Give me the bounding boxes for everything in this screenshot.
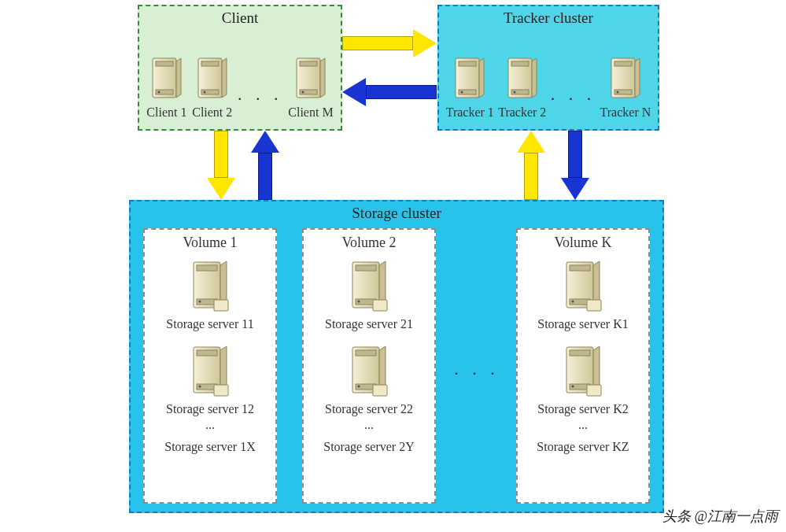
svg-point-23 <box>616 91 618 94</box>
server-icon <box>346 257 392 316</box>
server-label: Storage server 11 <box>166 317 253 331</box>
storage-server: Storage server K2 <box>537 342 629 416</box>
storage-server: Storage server 12 <box>166 342 254 416</box>
svg-rect-13 <box>459 61 476 66</box>
svg-rect-5 <box>201 61 219 66</box>
svg-rect-1 <box>156 61 173 66</box>
client-server-2: Client 2 <box>192 54 232 120</box>
volume-1: Volume 1 Storage server 11 Storage serve… <box>143 228 277 504</box>
server-icon <box>560 342 606 401</box>
svg-rect-25 <box>197 265 217 271</box>
server-icon <box>346 342 392 401</box>
tracker-server-n: Tracker N <box>600 54 651 120</box>
svg-point-11 <box>301 91 304 94</box>
volume-title: Volume 2 <box>341 235 396 251</box>
client-server-m: Client M <box>288 54 333 120</box>
server-icon <box>292 54 330 104</box>
server-label: Storage server 21 <box>325 317 413 331</box>
server-label: Storage server 1X <box>164 440 256 454</box>
svg-point-19 <box>513 91 515 94</box>
svg-point-7 <box>203 91 205 94</box>
storage-cluster: Storage cluster Volume 1 Storage server … <box>129 200 664 513</box>
server-label: Client 2 <box>192 105 232 120</box>
ellipsis: ... <box>578 418 588 432</box>
svg-rect-53 <box>587 385 601 396</box>
storage-server: Storage server 21 <box>325 257 413 331</box>
svg-point-27 <box>198 300 201 302</box>
svg-point-47 <box>571 300 574 302</box>
tracker-server-1: Tracker 1 <box>446 54 494 120</box>
storage-server: Storage server K1 <box>537 257 629 331</box>
storage-title: Storage cluster <box>131 201 662 224</box>
svg-point-3 <box>157 91 160 94</box>
svg-point-42 <box>357 385 360 387</box>
ellipsis: ... <box>205 418 215 432</box>
server-icon <box>504 54 541 104</box>
server-icon <box>187 257 233 316</box>
server-label: Tracker N <box>600 105 651 120</box>
svg-point-32 <box>198 385 201 387</box>
server-label: Storage server KZ <box>537 440 629 454</box>
volume-ellipsis: . . . <box>445 359 508 379</box>
tracker-cluster: Tracker cluster Tracker 1 Tracker 2 . . … <box>437 5 659 131</box>
volume-title: Volume 1 <box>183 235 237 251</box>
ellipsis: . . . <box>551 69 596 120</box>
svg-rect-45 <box>570 265 590 271</box>
server-icon <box>607 54 644 104</box>
svg-rect-17 <box>511 61 529 66</box>
svg-rect-43 <box>373 385 387 396</box>
server-icon <box>148 54 186 104</box>
svg-rect-35 <box>356 265 376 271</box>
client-title: Client <box>139 6 341 28</box>
server-icon <box>451 54 489 104</box>
svg-point-37 <box>357 300 360 302</box>
volume-title: Volume K <box>554 235 611 251</box>
ellipsis: ... <box>364 418 374 432</box>
server-label: Storage server K2 <box>537 402 629 416</box>
svg-rect-33 <box>214 385 228 396</box>
storage-server: Storage server 22 <box>325 342 413 416</box>
server-label: Tracker 2 <box>498 105 546 120</box>
server-icon <box>187 342 233 401</box>
client-server-1: Client 1 <box>146 54 186 120</box>
volume-k: Volume K Storage server K1 Storage serve… <box>516 228 650 504</box>
svg-point-52 <box>571 385 574 387</box>
server-icon <box>560 257 606 316</box>
server-label: Tracker 1 <box>446 105 494 120</box>
svg-point-15 <box>461 91 463 94</box>
volume-2: Volume 2 Storage server 21 Storage serve… <box>302 228 436 504</box>
svg-rect-40 <box>356 350 376 356</box>
server-label: Client 1 <box>146 105 186 120</box>
svg-rect-28 <box>214 300 228 311</box>
svg-rect-30 <box>197 350 217 356</box>
watermark: 头条 @江南一点雨 <box>662 507 778 526</box>
server-label: Storage server 2Y <box>323 440 415 454</box>
server-label: Client M <box>288 105 333 120</box>
storage-server: Storage server 11 <box>166 257 253 331</box>
server-icon <box>194 54 231 104</box>
tracker-server-2: Tracker 2 <box>498 54 546 120</box>
svg-rect-50 <box>570 350 590 356</box>
server-label: Storage server K1 <box>537 317 629 331</box>
svg-rect-48 <box>587 300 601 311</box>
server-label: Storage server 22 <box>325 402 413 416</box>
tracker-title: Tracker cluster <box>439 6 658 28</box>
client-cluster: Client Client 1 Client 2 . . . Client M <box>138 5 342 131</box>
svg-rect-9 <box>300 61 317 66</box>
ellipsis: . . . <box>238 69 283 120</box>
svg-rect-38 <box>373 300 387 311</box>
svg-rect-21 <box>614 61 632 66</box>
server-label: Storage server 12 <box>166 402 254 416</box>
